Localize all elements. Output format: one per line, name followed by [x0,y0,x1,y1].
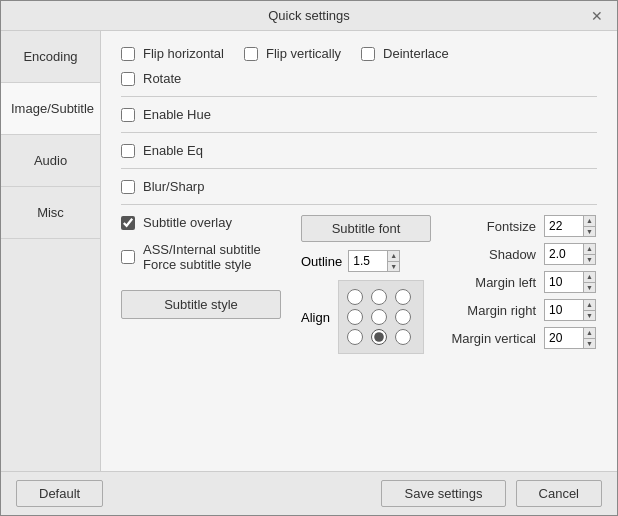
subtitle-section: Subtitle overlay ASS/Internal subtitle F… [121,215,597,354]
subtitle-font-button[interactable]: Subtitle font [301,215,431,242]
separator-4 [121,204,597,205]
ass-internal-label[interactable]: ASS/Internal subtitle [143,242,261,257]
margin-vertical-down-arrow[interactable]: ▼ [584,339,595,349]
subtitle-left: Subtitle overlay ASS/Internal subtitle F… [121,215,281,354]
margin-right-input[interactable] [545,300,583,320]
titlebar: Quick settings ✕ [1,1,617,31]
flip-horizontal-row: Flip horizontal [121,46,224,61]
force-subtitle-label[interactable]: Force subtitle style [143,257,261,272]
margin-left-row: Margin left ▲ ▼ [451,271,596,293]
margin-vertical-label: Margin vertical [451,331,536,346]
outline-arrows: ▲ ▼ [387,251,399,271]
subtitle-overlay-checkbox[interactable] [121,216,135,230]
sidebar: Encoding Image/Subtitle Audio Misc [1,31,101,471]
blur-sharp-label[interactable]: Blur/Sharp [143,179,204,194]
sidebar-item-audio[interactable]: Audio [1,135,100,187]
subtitle-overlay-label[interactable]: Subtitle overlay [143,215,232,230]
margin-left-spin: ▲ ▼ [544,271,596,293]
enable-eq-checkbox[interactable] [121,144,135,158]
align-label: Align [301,310,330,325]
margin-right-up-arrow[interactable]: ▲ [584,300,595,311]
main-content: Encoding Image/Subtitle Audio Misc Flip … [1,31,617,471]
outline-label: Outline [301,254,342,269]
margin-right-row: Margin right ▲ ▼ [451,299,596,321]
outline-down-arrow[interactable]: ▼ [388,262,399,272]
rotate-checkbox[interactable] [121,72,135,86]
align-radio-tc[interactable] [371,289,387,305]
outline-section: Outline ▲ ▼ [301,250,400,272]
align-radio-bl[interactable] [347,329,363,345]
align-radio-tr[interactable] [395,289,411,305]
rotate-label[interactable]: Rotate [143,71,181,86]
align-radio-tl[interactable] [347,289,363,305]
align-radio-ml[interactable] [347,309,363,325]
align-radio-mr[interactable] [395,309,411,325]
deinterlace-label[interactable]: Deinterlace [383,46,449,61]
subtitle-middle: Subtitle font Outline ▲ ▼ Align [301,215,431,354]
align-radio-mc[interactable] [371,309,387,325]
margin-left-down-arrow[interactable]: ▼ [584,283,595,293]
margin-vertical-row: Margin vertical ▲ ▼ [451,327,596,349]
margin-vertical-input[interactable] [545,328,583,348]
shadow-spin: ▲ ▼ [544,243,596,265]
close-button[interactable]: ✕ [587,8,607,24]
align-radio-br[interactable] [395,329,411,345]
flip-vertically-row: Flip vertically [244,46,341,61]
cancel-button[interactable]: Cancel [516,480,602,507]
outline-spin: ▲ ▼ [348,250,400,272]
separator-2 [121,132,597,133]
enable-eq-label[interactable]: Enable Eq [143,143,203,158]
save-settings-button[interactable]: Save settings [381,480,505,507]
outline-input[interactable] [349,251,387,271]
enable-eq-row: Enable Eq [121,143,597,158]
window-title: Quick settings [31,8,587,23]
margin-vertical-spin: ▲ ▼ [544,327,596,349]
transform-row: Flip horizontal Flip vertically Deinterl… [121,46,597,67]
flip-horizontal-checkbox[interactable] [121,47,135,61]
fontsize-arrows: ▲ ▼ [583,216,595,236]
sidebar-item-image-subtitle[interactable]: Image/Subtitle [1,83,100,135]
enable-hue-label[interactable]: Enable Hue [143,107,211,122]
align-radio-bc[interactable] [371,329,387,345]
flip-vertically-checkbox[interactable] [244,47,258,61]
content-area: Flip horizontal Flip vertically Deinterl… [101,31,617,471]
margin-right-label: Margin right [451,303,536,318]
sidebar-item-misc[interactable]: Misc [1,187,100,239]
align-section: Align [301,280,424,354]
bottom-bar: Default Save settings Cancel [1,471,617,515]
outline-up-arrow[interactable]: ▲ [388,251,399,262]
enable-hue-checkbox[interactable] [121,108,135,122]
rotate-row: Rotate [121,71,597,86]
margin-left-arrows: ▲ ▼ [583,272,595,292]
blur-sharp-checkbox[interactable] [121,180,135,194]
margin-right-down-arrow[interactable]: ▼ [584,311,595,321]
ass-internal-checkbox[interactable] [121,250,135,264]
shadow-arrows: ▲ ▼ [583,244,595,264]
shadow-row: Shadow ▲ ▼ [451,243,596,265]
flip-vertically-label[interactable]: Flip vertically [266,46,341,61]
flip-horizontal-label[interactable]: Flip horizontal [143,46,224,61]
ass-internal-row: ASS/Internal subtitle Force subtitle sty… [121,242,281,272]
fontsize-down-arrow[interactable]: ▼ [584,227,595,237]
fontsize-label: Fontsize [451,219,536,234]
margin-left-label: Margin left [451,275,536,290]
shadow-up-arrow[interactable]: ▲ [584,244,595,255]
margin-right-arrows: ▲ ▼ [583,300,595,320]
fontsize-up-arrow[interactable]: ▲ [584,216,595,227]
blur-sharp-row: Blur/Sharp [121,179,597,194]
default-button[interactable]: Default [16,480,103,507]
margin-left-up-arrow[interactable]: ▲ [584,272,595,283]
subtitle-overlay-row: Subtitle overlay [121,215,281,230]
separator-1 [121,96,597,97]
subtitle-style-button[interactable]: Subtitle style [121,290,281,319]
fontsize-input[interactable] [545,216,583,236]
shadow-label: Shadow [451,247,536,262]
shadow-input[interactable] [545,244,583,264]
shadow-down-arrow[interactable]: ▼ [584,255,595,265]
separator-3 [121,168,597,169]
margin-left-input[interactable] [545,272,583,292]
sidebar-item-encoding[interactable]: Encoding [1,31,100,83]
fontsize-spin: ▲ ▼ [544,215,596,237]
deinterlace-checkbox[interactable] [361,47,375,61]
margin-vertical-up-arrow[interactable]: ▲ [584,328,595,339]
